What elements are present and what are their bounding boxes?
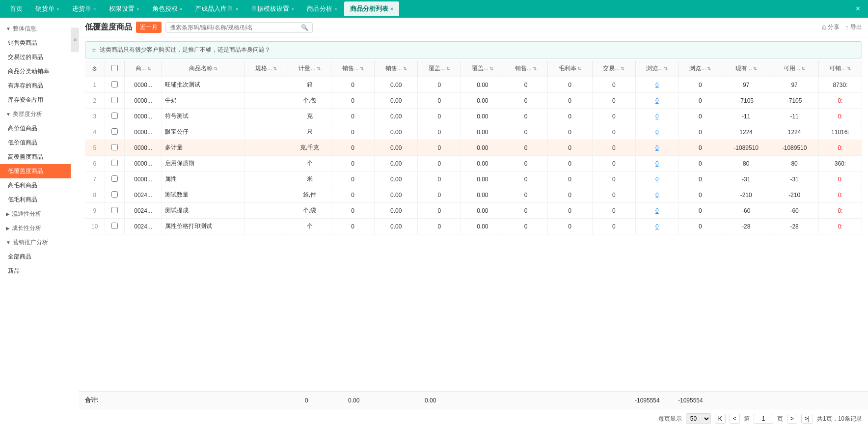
spec-col-header[interactable]: 规格...⇅ <box>244 60 288 77</box>
nav-goods-analysis[interactable]: 商品分析 × <box>301 1 343 16</box>
checkbox-col-header[interactable] <box>105 60 124 77</box>
table-row: 50000...多计量克,千克00.0000.0000000-1089510-1… <box>85 140 862 156</box>
sidebar-section-liquidity[interactable]: ▶ 流通性分析 <box>0 207 71 221</box>
saleable-col-header[interactable]: 可销...⇅ <box>818 60 862 77</box>
table-row: 90024...测试提成个,袋00.0000.0000000-60-600: <box>85 203 862 219</box>
row-checkbox[interactable] <box>105 109 124 124</box>
browse2-col-header[interactable]: 浏览...⇅ <box>678 60 722 77</box>
sidebar-item-high-coverage[interactable]: 高覆盖度商品 <box>0 150 71 164</box>
row-name: 旺辅批次测试 <box>162 77 244 93</box>
sidebar-item-low-margin[interactable]: 低毛利商品 <box>0 193 71 207</box>
nav-role-auth[interactable]: 角色授权 × <box>146 1 189 16</box>
row-coverage1: 0 <box>418 219 461 234</box>
nav-sales-order[interactable]: 销货单 × <box>29 1 65 16</box>
row-gross-margin: 0 <box>547 171 592 187</box>
row-available: -1089510 <box>770 140 818 156</box>
date-filter-button[interactable]: 近一月 <box>136 22 162 33</box>
per-page-select[interactable]: 50 100 200 <box>686 413 711 424</box>
export-button[interactable]: ↑ 导出 <box>845 23 862 31</box>
nav-goods-analysis-list[interactable]: 商品分析列表 × <box>344 1 399 16</box>
next-page-button[interactable]: > <box>787 414 797 424</box>
sidebar-item-sales-goods[interactable]: 销售类商品 <box>0 36 71 50</box>
nav-close-template-settings[interactable]: × <box>291 6 294 12</box>
row-checkbox[interactable] <box>105 219 124 234</box>
coverage2-col-header[interactable]: 覆盖...⇅ <box>461 60 504 77</box>
sidebar-section-growth[interactable]: ▶ 成长性分析 <box>0 221 71 235</box>
row-unit: 米 <box>288 171 331 187</box>
info-banner: ☆ 这类商品只有很少客户购买过，是推广不够，还是商品本身问题？ <box>85 41 862 58</box>
sales-qty-col-header[interactable]: 销售...⇅ <box>331 60 375 77</box>
row-checkbox[interactable] <box>105 77 124 93</box>
sidebar-item-low-value[interactable]: 低价值商品 <box>0 136 71 150</box>
nav-template-settings[interactable]: 单据模板设置 × <box>245 1 300 16</box>
gross-margin-col-header[interactable]: 毛利率⇅ <box>547 60 592 77</box>
first-page-button[interactable]: K <box>715 414 726 424</box>
row-checkbox[interactable] <box>105 156 124 171</box>
sales-rate-col-header[interactable]: 销售...⇅ <box>504 60 547 77</box>
nav-close-goods-analysis-list[interactable]: × <box>390 6 393 12</box>
sidebar-item-high-margin[interactable]: 高毛利商品 <box>0 178 71 193</box>
row-gross-margin: 0 <box>547 219 592 234</box>
row-available: -210 <box>770 187 818 203</box>
sidebar-collapse-button[interactable]: « <box>71 28 79 52</box>
nav-purchase-order[interactable]: 进货单 × <box>66 1 102 16</box>
row-checkbox[interactable] <box>105 93 124 109</box>
prev-page-button[interactable]: < <box>730 414 740 424</box>
unit-col-header[interactable]: 计量...⇅ <box>288 60 331 77</box>
settings-icon[interactable]: ⚙ <box>92 65 97 72</box>
sidebar-item-low-coverage[interactable]: 低覆盖度商品 <box>0 164 71 178</box>
sidebar-item-stocked-goods[interactable]: 有库存的商品 <box>0 79 71 93</box>
coverage1-col-header[interactable]: 覆盖...⇅ <box>418 60 461 77</box>
row-spec <box>244 124 288 140</box>
page-label: 第 <box>744 415 750 423</box>
row-current-stock: 97 <box>722 77 770 93</box>
nav-close-role-auth[interactable]: × <box>180 6 183 12</box>
sales-amt-col-header[interactable]: 销售...⇅ <box>375 60 418 77</box>
row-sales-amt: 0.00 <box>375 156 418 171</box>
row-sales-amt: 0.00 <box>375 171 418 187</box>
row-number: 8 <box>85 187 105 203</box>
search-input[interactable] <box>170 24 299 31</box>
nav-close-purchase-order[interactable]: × <box>93 6 96 12</box>
row-name: 属性 <box>162 171 244 187</box>
nav-close-sales-order[interactable]: × <box>56 6 59 12</box>
nav-close-finished-goods[interactable]: × <box>235 6 238 12</box>
nav-close-goods-analysis[interactable]: × <box>334 6 337 12</box>
row-code: 0000... <box>124 124 162 140</box>
nav-finished-goods[interactable]: 产成品入库单 × <box>189 1 244 16</box>
sidebar-item-all-goods[interactable]: 全部商品 <box>0 250 71 264</box>
last-page-button[interactable]: >| <box>801 414 813 424</box>
row-spec <box>244 109 288 124</box>
page-number-input[interactable] <box>754 414 773 424</box>
sidebar-item-traded-goods[interactable]: 交易过的商品 <box>0 50 71 64</box>
row-sales-qty: 0 <box>331 219 375 234</box>
window-close-button[interactable]: × <box>852 2 864 15</box>
row-checkbox[interactable] <box>105 140 124 156</box>
sidebar-section-marketing[interactable]: ▼ 营销推广分析 <box>0 235 71 250</box>
row-sales-amt: 0.00 <box>375 203 418 219</box>
sidebar-item-category-turnover[interactable]: 商品分类动销率 <box>0 64 71 79</box>
code-col-header[interactable]: 商...⇅ <box>124 60 162 77</box>
name-col-header[interactable]: 商品名称⇅ <box>162 60 244 77</box>
current-stock-col-header[interactable]: 现有...⇅ <box>722 60 770 77</box>
sidebar-item-inventory-capital[interactable]: 库存资金占用 <box>0 93 71 107</box>
settings-col-header[interactable]: ⚙ <box>85 60 105 77</box>
row-checkbox[interactable] <box>105 124 124 140</box>
table-row: 10000...旺辅批次测试箱00.0000.000000097978730: <box>85 77 862 93</box>
row-checkbox[interactable] <box>105 187 124 203</box>
row-gross-margin: 0 <box>547 203 592 219</box>
sidebar-item-new-goods[interactable]: 新品 <box>0 264 71 278</box>
sidebar-section-overall[interactable]: ▼ 整体信息 <box>0 22 71 36</box>
sidebar-section-cluster[interactable]: ▼ 类群度分析 <box>0 107 71 121</box>
nav-close-permission-settings[interactable]: × <box>136 6 139 12</box>
available-col-header[interactable]: 可用...⇅ <box>770 60 818 77</box>
browse1-col-header[interactable]: 浏览...⇅ <box>635 60 678 77</box>
row-checkbox[interactable] <box>105 203 124 219</box>
nav-permission-settings[interactable]: 权限设置 × <box>103 1 145 16</box>
nav-home[interactable]: 首页 <box>4 1 28 16</box>
select-all-checkbox[interactable] <box>111 65 118 71</box>
sidebar-item-high-value[interactable]: 高价值商品 <box>0 121 71 136</box>
trade-col-header[interactable]: 交易...⇅ <box>592 60 635 77</box>
row-checkbox[interactable] <box>105 171 124 187</box>
share-button[interactable]: ⎙ 分享 <box>822 23 840 31</box>
